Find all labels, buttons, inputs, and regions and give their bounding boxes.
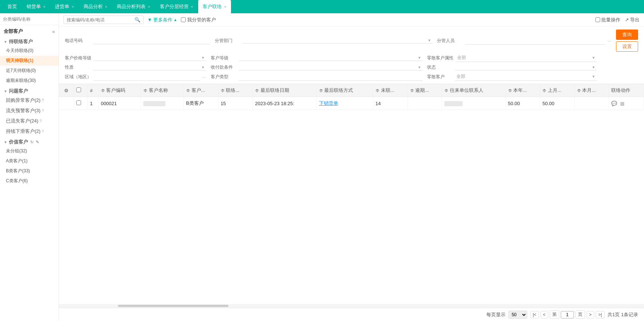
row-checkbox-0	[74, 97, 88, 110]
value-edit-icon[interactable]: ✎	[36, 140, 39, 145]
more-conditions-btn[interactable]: ▼ 更多条件 ▲	[147, 17, 177, 23]
col-gear-header[interactable]: ⚙	[59, 84, 74, 97]
close-sales-icon[interactable]: ×	[43, 4, 45, 9]
nav-product-analysis-list[interactable]: 商品分析列表 ×	[112, 0, 154, 13]
sidebar-item-a-class[interactable]: A类客户(1)	[0, 156, 59, 166]
price-level-select[interactable]: ▼	[94, 55, 206, 61]
select-all-checkbox[interactable]	[76, 87, 81, 92]
filter-status: 状态 ▼	[427, 64, 597, 70]
per-page-select[interactable]: 50 10 20 100	[508, 311, 527, 319]
pending-triangle-icon: ▼	[4, 40, 7, 44]
sidebar-item-tomorrow[interactable]: 明天待联络(1)	[0, 56, 59, 66]
col-unit-contact-header[interactable]: ≑ 往来单位联系人	[442, 84, 505, 97]
sidebar-search-input[interactable]	[3, 17, 58, 22]
retail-attr-select[interactable]: 全部 ▼	[456, 54, 597, 62]
contact-method-link-0[interactable]: 下销货单	[319, 100, 338, 106]
col-this-month-header[interactable]: ≑ 本月...	[574, 84, 609, 97]
help-icon-3: ?	[42, 129, 44, 134]
search-input[interactable]	[67, 17, 133, 23]
sidebar-item-today[interactable]: 今天待联络(0)	[0, 46, 59, 56]
col-num-header: #	[88, 84, 98, 97]
sidebar-item-continuous-decline[interactable]: 持续下滑客户(2) ?	[0, 126, 59, 137]
content-area: 🔍 ▼ 更多条件 ▲ 我分管的客户 批量操作 ↗ 导出	[59, 13, 644, 321]
row-last-month-0: 50.00	[540, 97, 575, 110]
row-last-contact-method-0[interactable]: 下销货单	[316, 97, 373, 110]
sidebar-item-lost[interactable]: 已流失客户(24) ?	[0, 116, 59, 126]
page-unit: 页	[575, 310, 585, 319]
last-page-btn[interactable]: >|	[596, 311, 605, 318]
sidebar-item-repurchase-anomaly[interactable]: 回购异常客户(2) ?	[0, 95, 59, 106]
col-last-month-header[interactable]: ≑ 上月...	[540, 84, 575, 97]
row-this-month-0	[574, 97, 609, 110]
close-customer-layered-icon[interactable]: ×	[191, 4, 193, 9]
settings-btn[interactable]: 设置	[616, 41, 638, 52]
search-icon[interactable]: 🔍	[134, 17, 140, 23]
nav-product-analysis[interactable]: 商品分析 ×	[79, 0, 112, 13]
nav-customer-contact[interactable]: 客户联络 ×	[198, 0, 231, 13]
col-last-contact-date-header[interactable]: ≑ 最后联络日期	[253, 84, 316, 97]
col-last-contact-method-header[interactable]: ≑ 最后联络方式	[316, 84, 373, 97]
scrollbar-thumb[interactable]	[118, 305, 228, 307]
problem-triangle-icon: ▼	[4, 89, 7, 93]
area-input[interactable]	[94, 73, 200, 81]
close-customer-contact-icon[interactable]: ×	[224, 4, 226, 9]
horizontal-scrollbar[interactable]	[59, 304, 644, 308]
phone-input[interactable]	[93, 37, 210, 44]
row-this-year-0: 50.00	[505, 97, 540, 110]
customer-type-input[interactable]	[239, 73, 423, 81]
retail-customer-select[interactable]: 全部 ▼	[455, 73, 597, 81]
nature-select[interactable]: ▼	[93, 65, 206, 70]
col-this-year-header[interactable]: ≑ 本年...	[505, 84, 540, 97]
value-refresh-icon[interactable]: ↻	[30, 140, 34, 145]
filter-person: 分管人员 ···	[437, 37, 612, 45]
nav-home[interactable]: 首页	[3, 0, 21, 13]
status-arrow-icon: ▼	[592, 65, 595, 69]
close-purchase-icon[interactable]: ×	[71, 4, 74, 9]
person-more-icon[interactable]: ···	[608, 38, 612, 44]
dept-select[interactable]: ▼	[243, 38, 433, 44]
filter-price-level: 客户价格等级 ▼	[65, 55, 206, 61]
col-category-header[interactable]: ≑ 客户...	[184, 84, 218, 97]
col-contact-count-header[interactable]: ≑ 联络...	[218, 84, 253, 97]
area-more-icon[interactable]: ···	[202, 74, 206, 80]
sidebar-item-c-class[interactable]: C类客户(6)	[0, 176, 59, 186]
next-page-btn[interactable]: >	[587, 311, 594, 318]
top-nav: 首页 销货单 × 进货单 × 商品分析 × 商品分析列表 × 客户分层经营 × …	[0, 0, 644, 13]
action-grid-icon-0[interactable]: ▦	[620, 101, 624, 106]
nav-sales[interactable]: 销货单 ×	[22, 0, 50, 13]
first-page-btn[interactable]: |<	[530, 311, 539, 318]
sidebar-item-lost-risk[interactable]: 流失预警客户(3) ?	[0, 106, 59, 116]
close-product-analysis-icon[interactable]: ×	[105, 4, 107, 9]
col-last-contact-date-label: ≑ 最后联络日期	[255, 87, 289, 93]
batch-op-checkbox[interactable]	[595, 17, 600, 22]
sidebar-item-b-class[interactable]: B类客户(33)	[0, 166, 59, 176]
customer-level-select[interactable]: ▼	[239, 55, 423, 61]
sidebar-item-week[interactable]: 近7天待联络(0)	[0, 66, 59, 76]
query-btn[interactable]: 查询	[616, 30, 638, 40]
nav-purchase[interactable]: 进货单 ×	[50, 0, 78, 13]
col-code-header[interactable]: ≑ 客户编码	[98, 84, 141, 97]
row-select-0[interactable]	[76, 100, 81, 105]
sidebar-item-overdue[interactable]: 逾期未联络(30)	[0, 76, 59, 86]
close-product-analysis-list-icon[interactable]: ×	[148, 4, 150, 9]
collapse-icon[interactable]: «	[52, 29, 55, 34]
page-input[interactable]	[561, 311, 574, 318]
filter-icon: ▼	[147, 17, 152, 23]
person-input[interactable]	[465, 37, 605, 45]
col-name-header[interactable]: ≑ 客户名称	[141, 84, 184, 97]
col-overdue-header[interactable]: ≑ 逾期...	[407, 84, 442, 97]
sidebar-item-ungrouped[interactable]: 未分组(32)	[0, 146, 59, 156]
status-select[interactable]: ▼	[455, 65, 597, 70]
col-uncontacted-header[interactable]: ≑ 未联...	[373, 84, 407, 97]
action-comment-icon-0[interactable]: 💬	[611, 101, 617, 106]
export-btn[interactable]: ↗ 导出	[625, 17, 640, 23]
filter-right-actions: 批量操作 ↗ 导出	[595, 17, 640, 23]
chevron-up-icon: ▲	[174, 18, 177, 22]
my-customers-checkbox[interactable]	[181, 17, 186, 22]
prev-page-btn[interactable]: <	[540, 311, 548, 318]
payment-select[interactable]: ▼	[239, 65, 423, 70]
row-overdue-0	[407, 97, 442, 110]
batch-op-btn[interactable]: 批量操作	[595, 17, 620, 23]
filter-row-3: 性质 ▼ 收付款条件 ▼ 状态	[65, 64, 638, 70]
nav-customer-layered[interactable]: 客户分层经营 ×	[155, 0, 197, 13]
